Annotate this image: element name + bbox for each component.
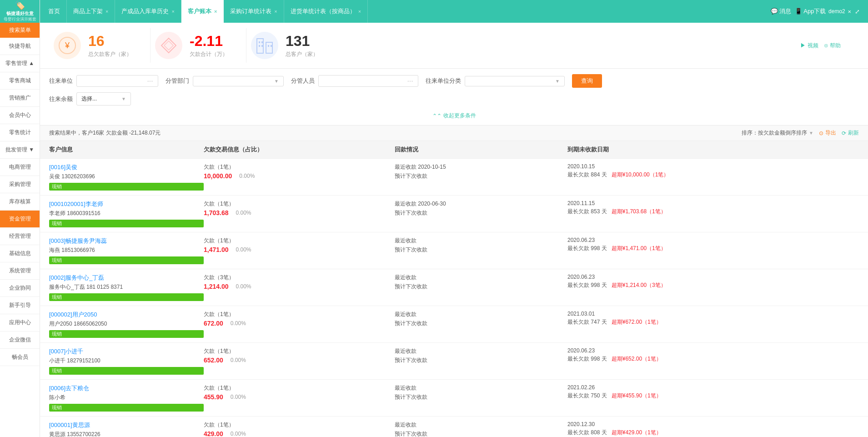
tab-purchase-order[interactable]: 采购订单统计表 × [224,0,284,23]
collapse-button[interactable]: ⌃⌃ 收起更多条件 [49,110,859,123]
recovery-next-0: 预计下次收款 [395,172,567,180]
overdue-amount-link-7[interactable]: 超期¥429.00（1笔） [612,429,662,436]
tab-close-icon[interactable]: × [274,9,277,14]
sidebar-item-inventory[interactable]: 库存核算 [0,193,40,211]
overdue-amount-link-0[interactable]: 超期¥10,000.00（1笔） [612,171,669,178]
overdue-amount-link-5[interactable]: 超期¥652.00（1笔） [612,356,662,362]
stat-value-total: 131 [286,33,318,50]
svg-marker-3 [164,41,173,50]
customer-name-1[interactable]: [0001020001]李老师 [49,200,204,208]
user-avatar[interactable]: demo2 [829,4,844,19]
sidebar-item-purchase[interactable]: 采购管理 [0,176,40,193]
tab-products-offline[interactable]: 商品上下架 × [67,0,115,23]
stat-text-debt: -2.11 欠款合计（万） [190,33,228,58]
refresh-button[interactable]: ⟳ 刷新 [842,129,859,137]
sidebar-item-operation[interactable]: 经营管理 [0,228,40,245]
source-unit-input[interactable]: ··· [76,75,158,87]
customer-phone-1: 李老师 18600391516 [49,210,204,217]
stat-text-total: 131 总客户（家） [286,33,318,58]
tab-customer-account[interactable]: 客户账本 × [181,0,224,23]
table-row: [0016]吴俊 吴俊 13026203696 现销 欠款（1笔） 10,000… [40,159,868,196]
sidebar-item-capital[interactable]: 资金管理 [0,211,40,228]
customer-name-2[interactable]: [0003]畅捷服务尹海蕊 [49,237,204,245]
recovery-info-4: 最近收款 预计下次收款 [395,311,567,327]
sidebar-item-basic-info[interactable]: 基础信息 [0,245,40,262]
debt-count-1: 欠款（1笔） [204,200,395,208]
recovery-last-0: 最近收款 2020-10-15 [395,163,567,171]
manager-input[interactable]: ··· [318,75,418,87]
stat-card-total-customers: 131 总客户（家） ▶ 视频 ⊙ 帮助 [246,28,859,63]
unit-category-chevron-icon: ▼ [555,79,560,84]
tab-close-icon[interactable]: × [214,9,217,14]
stat-icon-diamond [155,32,182,59]
tab-purchase-stats[interactable]: 进货单统计表（按商品） × [284,0,368,23]
recovery-next-2: 预计下次收款 [395,246,567,254]
sidebar-item-enterprise[interactable]: 企业协同 [0,280,40,297]
customer-name-3[interactable]: [0002]服务中心_丁磊 [49,274,204,282]
tab-close-icon[interactable]: × [171,9,174,14]
unit-category-select[interactable]: ▼ [465,76,565,86]
sidebar-item-wechat[interactable]: 企业微信 [0,332,40,349]
app-logo: 🏷️ 畅捷通好生意 母婴行业演示账套 [0,0,40,23]
debt-row-3: 1,214.00 0.00% [204,283,395,290]
sidebar-item-vip[interactable]: 畅会员 [0,349,40,366]
overdue-info-2: 2020.06.23 最长欠款 998 天 超期¥1,471.00（1笔） [567,237,859,252]
overdue-amount-link-4[interactable]: 超期¥672.00（1笔） [612,319,662,325]
message-button[interactable]: 💬 消息 [771,7,792,15]
customer-name-7[interactable]: [000001]黄思源 [49,421,204,429]
export-button[interactable]: ⊙ 导出 [819,129,836,137]
table-row: [000002]用户2050 用户2050 18665062050 现销 欠款（… [40,306,868,343]
debt-amount-6: 455.90 [204,393,223,401]
debt-count-4: 欠款（1笔） [204,311,395,318]
debt-count-5: 欠款（1笔） [204,347,395,355]
sort-selector[interactable]: 排序：按欠款金额倒序排序 ▼ [742,129,813,137]
recovery-last-3: 最近收款 [395,274,567,281]
sidebar-item-members[interactable]: 会员中心 [0,107,40,124]
stat-card-debt-total: -2.11 欠款合计（万） [151,28,246,63]
video-button[interactable]: ▶ 视频 [800,42,818,50]
dept-select[interactable]: ▼ [193,76,284,86]
customer-name-4[interactable]: [000002]用户2050 [49,311,204,319]
filter-source-unit: 往来单位 ··· [49,75,158,87]
customer-info-0: [0016]吴俊 吴俊 13026203696 现销 [49,163,204,191]
sidebar-item-retail-mgmt[interactable]: 零售管理 ▲ [0,55,40,72]
overdue-days-5: 最长欠款 998 天 超期¥652.00（1笔） [567,355,859,363]
sidebar-item-marketing[interactable]: 营销推广 [0,90,40,107]
customer-phone-4: 用户2050 18665062050 [49,320,204,328]
customer-name-5[interactable]: [0007]小进千 [49,347,204,356]
tab-close-icon[interactable]: × [358,9,361,14]
balance-select[interactable]: 选择... ▼ [76,92,131,105]
sidebar-item-system[interactable]: 系统管理 [0,262,40,280]
window-expand-icon[interactable]: ⤢ [855,8,860,15]
customer-name-6[interactable]: [0006]去下粮仓 [49,384,204,392]
tab-close-icon[interactable]: × [105,9,108,14]
sidebar-item-apps[interactable]: 应用中心 [0,314,40,332]
debt-amount-2: 1,471.00 [204,246,229,253]
window-close-icon[interactable]: × [848,8,851,15]
stat-right-actions: ▶ 视频 ⊙ 帮助 [800,42,841,50]
overdue-amount-link-2[interactable]: 超期¥1,471.00（1笔） [612,245,666,251]
overdue-amount-link-3[interactable]: 超期¥1,214.00（3笔） [612,282,666,288]
sidebar-item-batch-mgmt[interactable]: 批发管理 ▼ [0,141,40,159]
customer-name-0[interactable]: [0016]吴俊 [49,163,204,171]
sidebar-item-ecommerce[interactable]: 电商管理 [0,159,40,176]
sidebar-item-retail-store[interactable]: 零售商城 [0,72,40,90]
search-menu-button[interactable]: 搜索菜单 [0,23,40,38]
sidebar-item-retail-stats[interactable]: 零售统计 [0,124,40,141]
source-unit-label: 往来单位 [49,77,73,85]
debt-row-5: 652.00 0.00% [204,357,395,364]
help-button[interactable]: ⊙ 帮助 [824,42,841,50]
overdue-amount-link-1[interactable]: 超期¥1,703.68（1笔） [612,208,666,215]
debt-count-2: 欠款（1笔） [204,237,395,245]
tab-production-history[interactable]: 产成品入库单历史 × [115,0,181,23]
tab-home[interactable]: 首页 [45,0,67,23]
query-button[interactable]: 查询 [572,74,602,88]
debt-amount-3: 1,214.00 [204,283,229,290]
overdue-days-2: 最长欠款 998 天 超期¥1,471.00（1笔） [567,245,859,252]
overdue-amount-link-6[interactable]: 超期¥455.90（1笔） [612,392,662,399]
filter-area: 往来单位 ··· 分管部门 ▼ 分管人员 [40,69,868,126]
sidebar-quick-nav[interactable]: 快捷导航 [0,38,40,55]
app-download-button[interactable]: 📱 App下载 [795,7,826,15]
sidebar-item-newbie[interactable]: 新手引导 [0,297,40,314]
sidebar-label: 畅会员 [2,353,38,361]
